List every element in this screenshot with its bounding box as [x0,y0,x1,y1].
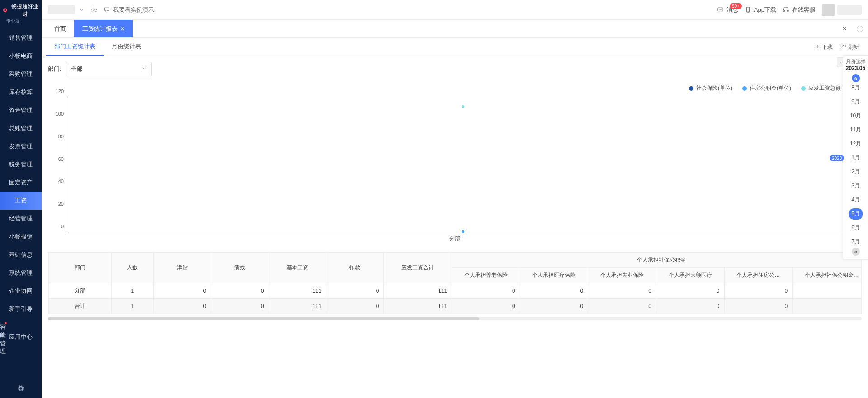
y-tick: 40 [50,178,64,184]
y-tick: 100 [50,111,64,117]
support-button[interactable]: 在线客服 [783,6,816,14]
month-option[interactable]: 11月 [843,124,868,136]
month-option[interactable]: 3月 [843,180,868,192]
org-settings-icon[interactable] [90,6,97,13]
sidebar-item-1[interactable]: 小畅电商 [0,47,42,65]
tab-salary-report[interactable]: 工资统计报表 ✕ [74,20,133,37]
th-s3: 个人承担失业保险 [588,268,656,283]
sidebar-item-8[interactable]: 固定资产 [0,173,42,192]
tab-home-label: 首页 [54,25,66,33]
tab-home[interactable]: 首页 [46,20,74,37]
refresh-button[interactable]: 刷新 [841,43,859,51]
sidebar-item-12[interactable]: 基础信息 [0,246,42,264]
th-count: 人数 [112,253,154,283]
month-option[interactable]: 2月 [843,166,868,178]
table-row: 合计1001110111000000 [49,299,862,314]
legend-item[interactable]: 应发工资总额 [801,84,841,92]
settings-icon[interactable] [0,380,42,398]
data-point [462,105,464,108]
month-option[interactable]: 12月 [843,138,868,150]
month-option[interactable]: 9月 [843,96,868,108]
sidebar-item-17[interactable]: 应用中心 [0,328,42,346]
demo-label: 我要看实例演示 [113,6,154,14]
horizontal-scrollbar[interactable] [48,317,862,320]
support-label: 在线客服 [792,6,816,14]
chevron-down-icon [142,66,147,73]
table-row: 分部1001110111000000 [49,283,862,299]
topbar: 我要看实例演示 消息 99+ App下载 在线客服 [42,0,868,20]
subtab-dept-stats[interactable]: 部门工资统计表 [46,38,104,56]
sidebar-item-15[interactable]: 新手引导 [0,300,42,318]
svg-rect-5 [783,10,785,12]
th-s5: 个人承担住房公… [724,268,793,283]
svg-point-1 [93,9,95,11]
mobile-icon [745,6,751,13]
sidebar-item-16[interactable]: 智能管理 [0,318,5,328]
panel-collapse-button[interactable]: › [837,57,843,67]
speech-icon [104,6,110,13]
close-icon[interactable]: ✕ [120,26,125,32]
month-option[interactable]: 10月 [843,110,868,122]
month-option[interactable]: 7月 [843,236,868,248]
headset-icon [783,6,789,13]
th-perf: 绩效 [211,253,269,283]
y-tick: 120 [50,89,64,94]
th-allowance: 津贴 [153,253,211,283]
main: 我要看实例演示 消息 99+ App下载 在线客服 首页 [42,0,868,398]
dept-label: 部门: [48,65,61,73]
fullscreen-button[interactable] [854,23,865,34]
th-s1: 个人承担养老保险 [452,268,520,283]
brand: 畅捷通好业财 专业版 [0,0,42,29]
y-tick: 60 [50,156,64,162]
data-table: 部门 人数 津贴 绩效 基本工资 扣款 应发工资合计 个人承担社保公积金 个人承… [48,252,862,314]
brand-edition: 专业版 [2,18,40,24]
message-icon [717,6,724,13]
tab-salary-label: 工资统计报表 [82,25,118,33]
th-s6: 个人承担社保公积金… [793,268,862,283]
th-dept: 部门 [49,253,112,283]
subtabs: 部门工资统计表 月份统计表 [46,38,149,56]
sidebar-item-14[interactable]: 企业协同 [0,282,42,300]
th-s4: 个人承担大额医疗 [656,268,724,283]
brand-name: 畅捷通好业财 [10,3,40,18]
sidebar-item-3[interactable]: 库存核算 [0,83,42,101]
y-tick: 0 [50,224,64,229]
legend-item[interactable]: 社会保险(单位) [689,84,732,92]
sidebar-item-4[interactable]: 资金管理 [0,101,42,119]
month-option[interactable]: 6月 [843,222,868,234]
month-option[interactable]: 1月2023 [843,152,868,164]
month-scroll-down[interactable] [852,248,860,256]
sidebar-item-11[interactable]: 小畅报销 [0,228,42,246]
user-menu[interactable] [822,4,862,16]
month-option[interactable]: 8月 [843,82,868,94]
sidebar-item-5[interactable]: 总账管理 [0,119,42,137]
close-all-button[interactable]: ✕ [839,23,850,34]
chevron-down-icon [79,7,84,13]
chart: 社会保险(单位)住房公积金(单位)应发工资总额 020406080100120 … [42,82,868,247]
app-download-button[interactable]: App下载 [745,6,776,14]
year-marker: 2023 [830,155,844,161]
subtab-month-stats[interactable]: 月份统计表 [104,38,149,56]
sidebar-item-0[interactable]: 销售管理 [0,29,42,47]
sidebar-item-2[interactable]: 采购管理 [0,65,42,83]
dept-select[interactable]: 全部 [66,62,152,76]
month-scroll-up[interactable] [852,74,860,82]
sidebar-item-13[interactable]: 系统管理 [0,264,42,282]
org-switcher[interactable] [48,5,84,14]
sidebar-item-7[interactable]: 税务管理 [0,155,42,173]
sidebar-item-9[interactable]: 工资 [0,192,42,210]
sidebar-item-6[interactable]: 发票管理 [0,137,42,155]
messages-badge: 99+ [730,3,742,9]
messages-button[interactable]: 消息 99+ [717,6,738,14]
download-button[interactable]: 下载 [815,43,833,51]
th-deduct: 扣款 [326,253,384,283]
sidebar-item-10[interactable]: 经营管理 [0,210,42,228]
month-selector-panel: › 月份选择 2023.05 8月9月10月11月12月1月20232月3月4月… [843,55,868,260]
demo-link[interactable]: 我要看实例演示 [104,6,154,14]
month-option[interactable]: 5月 [849,208,863,220]
refresh-icon [841,44,846,50]
month-panel-value: 2023.05 [846,65,865,71]
month-panel-title: 月份选择 [846,58,866,65]
legend-item[interactable]: 住房公积金(单位) [742,84,791,92]
month-option[interactable]: 4月 [843,194,868,206]
